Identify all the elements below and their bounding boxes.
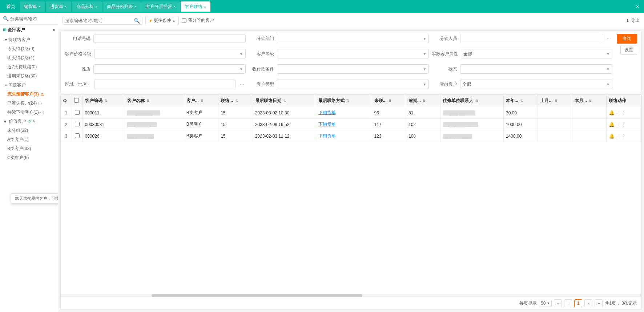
more-action-icon[interactable]: ⋮⋮ <box>617 110 626 116</box>
contact-method-link[interactable]: 下销货单 <box>318 133 336 138</box>
last-page-button[interactable]: » <box>595 299 603 307</box>
sidebar-search-wrap: 🔍 <box>0 13 58 25</box>
sidebar-item-b-class[interactable]: B类客户(33) <box>0 144 58 153</box>
contact-action-icon[interactable]: 🔔 <box>609 110 615 116</box>
sidebar-item-a-class[interactable]: A类客户(1) <box>0 135 58 144</box>
col-contact[interactable]: 联络... ⇅ <box>218 95 253 107</box>
more-action-icon[interactable]: ⋮⋮ <box>617 122 626 127</box>
next-page-button[interactable]: › <box>584 299 592 307</box>
filter-manager-select[interactable] <box>460 34 602 43</box>
col-this-month[interactable]: 本月... ⇅ <box>572 95 606 107</box>
scrollbar-thumb[interactable] <box>152 294 362 297</box>
more-action-icon[interactable]: ⋮⋮ <box>617 133 626 139</box>
sidebar-group-value-customers[interactable]: ▼ 价值客户 ↺ ✎ <box>0 117 58 126</box>
filter-customer-level-select[interactable]: ▼ <box>277 49 429 58</box>
my-customers-checkbox-label[interactable]: 我分管的客户 <box>182 17 214 24</box>
col-last-contact-method[interactable]: 最后联络方式 ⇅ <box>316 95 372 107</box>
row-checkbox-0[interactable] <box>75 110 80 115</box>
close-customer-tier-tab[interactable]: × <box>173 5 176 9</box>
filter-customer-type-select[interactable]: ▼ <box>277 80 429 89</box>
cell-last-contact-date: 2023-02-09 19:52: <box>253 119 316 130</box>
row-checkbox-2[interactable] <box>75 133 80 138</box>
manager-dots[interactable]: ··· <box>605 36 612 41</box>
search-button[interactable]: 🔍 <box>134 18 140 24</box>
settings-icon[interactable]: ⚙ <box>63 98 67 104</box>
filter-nature-select[interactable]: ▼ <box>93 64 246 74</box>
close-product-analysis-list-tab[interactable]: × <box>134 5 137 9</box>
col-unit-contact[interactable]: 往来单位联系人 ⇅ <box>440 95 504 107</box>
tab-customer-contact[interactable]: 客户联络 × <box>181 1 210 12</box>
cell-last-contact-method[interactable]: 下销货单 <box>316 119 372 130</box>
export-button[interactable]: ⬇ 导出 <box>626 17 640 24</box>
sidebar-item-today[interactable]: 今天待联络(0) <box>0 44 58 53</box>
main-layout: 🔍 ⊞ 全部客户 « ▼ 待联络客户 今天待联络(0) 明天待联络(1) 近7天… <box>0 13 644 312</box>
horizontal-scrollbar[interactable] <box>61 294 641 297</box>
col-this-year[interactable]: 本年... ⇅ <box>504 95 538 107</box>
close-sales-tab[interactable]: × <box>39 5 41 9</box>
region-dots[interactable]: ··· <box>238 81 246 87</box>
sidebar-group-pending-contact[interactable]: ▼ 待联络客户 <box>0 35 58 44</box>
col-name[interactable]: 客户名称 ⇅ <box>125 95 184 107</box>
sidebar-item-continuous-down[interactable]: 持续下滑客户(2) ⓘ <box>0 108 58 117</box>
sidebar-item-unclassified[interactable]: 未分组(32) <box>0 126 58 135</box>
sidebar-group-problem-customers[interactable]: ▼ 问题客户 <box>0 81 58 90</box>
my-customers-checkbox[interactable] <box>182 18 186 23</box>
col-settings[interactable]: ⚙ <box>61 95 72 107</box>
filter-scatter-attr-select[interactable]: 全部 ▼ <box>461 49 612 58</box>
cell-last-contact-method[interactable]: 下销货单 <box>316 130 372 142</box>
home-tab[interactable]: 首页 <box>3 4 19 10</box>
sidebar-item-c-class[interactable]: C类客户(6) <box>0 153 58 162</box>
prev-page-button[interactable]: ‹ <box>564 299 572 307</box>
setting-button[interactable]: 设置 <box>620 45 637 55</box>
col-un-contact[interactable]: 未联... ⇅ <box>372 95 406 107</box>
filter-phone-input[interactable] <box>93 35 246 42</box>
cell-last-contact-method[interactable]: 下销货单 <box>316 107 372 119</box>
cell-checkbox[interactable] <box>72 107 82 119</box>
query-button[interactable]: 查询 <box>617 34 637 44</box>
col-code[interactable]: 客户编码 ⇅ <box>82 95 125 107</box>
contact-action-icon[interactable]: 🔔 <box>609 122 615 127</box>
refresh-icon[interactable]: ↺ <box>28 119 31 124</box>
select-all-checkbox[interactable] <box>74 98 79 103</box>
filter-dept-select[interactable]: ▼ <box>277 34 429 43</box>
col-last-month[interactable]: 上月... ⇅ <box>538 95 572 107</box>
filter-payment-select[interactable]: ▼ <box>277 64 429 74</box>
col-overdue[interactable]: 逾期... ⇅ <box>406 95 440 107</box>
sidebar-item-already-lost[interactable]: 已流失客户(24) ⓘ <box>0 99 58 108</box>
tab-product-analysis-list[interactable]: 商品分析列表 × <box>102 1 141 12</box>
sidebar-search-input[interactable] <box>10 16 55 21</box>
tab-product-analysis[interactable]: 商品分析 × <box>72 1 102 12</box>
search-input[interactable] <box>65 18 132 23</box>
chevron-down-icon: ▲ <box>172 19 176 23</box>
cell-checkbox[interactable] <box>72 130 82 142</box>
tab-customer-tier[interactable]: 客户分层经营 × <box>141 1 180 12</box>
close-product-analysis-tab[interactable]: × <box>95 5 97 9</box>
filter-region-select[interactable] <box>94 80 236 89</box>
filter-scatter-customer-select[interactable]: 全部 ▼ <box>460 80 612 89</box>
first-page-button[interactable]: « <box>554 299 562 307</box>
all-customers-header[interactable]: ⊞ 全部客户 « <box>0 25 58 35</box>
contact-action-icon[interactable]: 🔔 <box>609 133 615 139</box>
filter-price-level-select[interactable]: ▼ <box>94 49 246 58</box>
contact-method-link[interactable]: 下销货单 <box>318 122 336 127</box>
close-purchase-tab[interactable]: × <box>65 5 67 9</box>
cell-index: 3 <box>61 130 72 142</box>
more-conditions-button[interactable]: ▼ 更多条件 ▲ <box>145 16 179 25</box>
contact-method-link[interactable]: 下销货单 <box>318 110 336 115</box>
edit-icon[interactable]: ✎ <box>32 119 36 124</box>
tab-purchase[interactable]: 进货单 × <box>46 1 71 12</box>
tab-sales[interactable]: 销货单 × <box>20 1 45 12</box>
filter-status-select[interactable]: ▼ <box>460 64 612 74</box>
cell-type: B类客户 <box>184 119 218 130</box>
sidebar-item-overdue[interactable]: 逾期未联络(30) <box>0 72 58 81</box>
sidebar-item-tomorrow[interactable]: 明天待联络(1) <box>0 53 58 62</box>
close-all-tabs[interactable]: × <box>634 4 641 9</box>
col-type[interactable]: 客户... ⇅ <box>184 95 218 107</box>
cell-checkbox[interactable] <box>72 119 82 130</box>
col-last-contact-date[interactable]: 最后联络日期 ⇅ <box>253 95 316 107</box>
sidebar-item-loss-warning[interactable]: 流失预警客户(3) ⚠ <box>0 90 58 99</box>
row-checkbox-1[interactable] <box>75 122 80 126</box>
page-size-select[interactable]: 50 ▼ <box>539 300 552 307</box>
sidebar-item-7days[interactable]: 近7天待联络(0) <box>0 62 58 72</box>
close-customer-contact-tab[interactable]: × <box>204 5 206 9</box>
